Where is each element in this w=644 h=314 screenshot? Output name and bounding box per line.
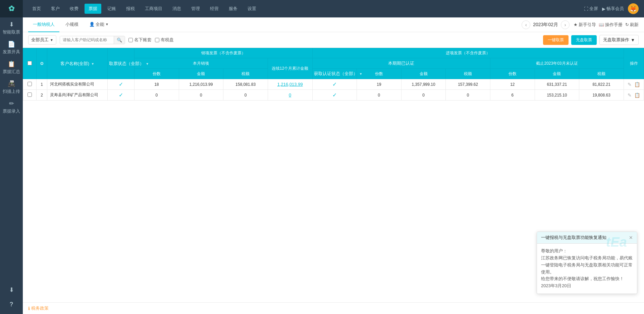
sidebar-item-data-entry[interactable]: ✏ 票据录入 xyxy=(0,97,23,116)
name-account-checkbox-label[interactable]: 名下账套 xyxy=(128,37,152,43)
row-purchase-amount: 0 xyxy=(401,90,446,101)
search-icon: 🔍 xyxy=(117,38,122,43)
sidebar-item-scan-upload[interactable]: 📠 扫描上传 xyxy=(0,77,23,97)
help-icon: ? xyxy=(10,301,13,308)
sidebar-item-invoice-summary[interactable]: 📋 票据汇总 xyxy=(0,57,23,77)
table-body: 1 河北柯搭栈实业有限公司 ✓ 18 1,216,013.99 158,081.… xyxy=(23,79,644,101)
row-cert-status: ✓ xyxy=(312,90,357,101)
invoice-icon: 📄 xyxy=(8,41,15,48)
sidebar-bottom-download[interactable]: ⬇ xyxy=(0,284,23,296)
cert-filter-icon: ▼ xyxy=(359,72,363,76)
scan-icon: 📠 xyxy=(8,80,15,87)
th-cert-status[interactable]: 获取认证状态（全部） ▼ xyxy=(312,69,357,79)
config-icon[interactable]: ⚙ xyxy=(40,61,44,66)
th-fetch-status[interactable]: 取票状态（全部） ▼ xyxy=(108,48,135,79)
download-icon: ⬇ xyxy=(9,21,14,28)
sidebar-item-smart-fetch[interactable]: ⬇ 智能取票 xyxy=(0,17,23,37)
notification-close-button[interactable]: ✕ xyxy=(629,235,633,240)
tab-small-scale[interactable]: 小规模 xyxy=(61,17,83,32)
row-purchase-count: 19 xyxy=(357,79,401,90)
sidebar-item-invoice-open[interactable]: 📄 发票开具 xyxy=(0,37,23,57)
search-input-wrapper: 🔍 xyxy=(60,36,125,44)
top-navigation: 首页 客户 收费 票据 记账 报税 工商项目 消息 管理 经营 服务 设置 ⛶ … xyxy=(23,0,644,17)
nav-settings[interactable]: 设置 xyxy=(244,4,260,14)
row-sales-tax: 0 xyxy=(223,90,268,101)
vip-btn[interactable]: ▶ 畅享会员 xyxy=(602,6,624,12)
fullscreen-icon: ⛶ xyxy=(584,6,588,11)
topnav-right: ⛶ 全屏 ▶ 畅享会员 🦊 xyxy=(584,3,639,14)
no-disk-ops-button[interactable]: 无盘取票操作 ▼ xyxy=(599,35,639,45)
row-purchase-count: 0 xyxy=(357,90,401,101)
tab-general-taxpayer[interactable]: 一般纳税人 xyxy=(28,17,59,32)
th-config: ⚙ xyxy=(37,48,47,79)
nav-billing[interactable]: 收费 xyxy=(66,4,83,14)
th-purchase-count: 份数 xyxy=(357,69,401,79)
manual-link[interactable]: 📖 操作手册 xyxy=(599,22,623,28)
nav-operations[interactable]: 经营 xyxy=(206,4,223,14)
th-sales-amount: 金额 xyxy=(179,69,223,79)
th-purchase-amount: 金额 xyxy=(401,69,446,79)
has-tax-checkbox-label[interactable]: 有税盘 xyxy=(155,37,174,43)
sidebar-bottom-help[interactable]: ? xyxy=(0,298,23,311)
row-uncert-tax: 19,808.63 xyxy=(579,90,624,101)
name-account-checkbox[interactable] xyxy=(128,38,133,42)
nav-bookkeeping[interactable]: 记账 xyxy=(103,4,120,14)
next-month-btn[interactable]: › xyxy=(561,20,570,29)
th-this-period-cert: 本期期已认证 xyxy=(312,58,490,69)
row-uncert-amount: 631,337.21 xyxy=(535,79,579,90)
user-circle-icon: 👤 xyxy=(89,22,95,27)
has-tax-checkbox[interactable] xyxy=(155,38,159,42)
tax-policy-link[interactable]: ℹ 税务政策 xyxy=(28,305,49,311)
edit-icon[interactable]: ✎ xyxy=(628,82,632,87)
row-fetch-status: ✓ xyxy=(108,79,135,90)
nav-commerce[interactable]: 工商项目 xyxy=(141,4,166,14)
th-action: 操作 xyxy=(624,48,644,79)
th-check xyxy=(23,48,37,79)
nav-tax[interactable]: 报税 xyxy=(122,4,139,14)
nav-invoice[interactable]: 票据 xyxy=(85,4,101,14)
detail-icon[interactable]: 📋 xyxy=(634,82,640,87)
employee-select-label: 全部员工 xyxy=(31,37,49,43)
row-uncert-count: 6 xyxy=(490,90,535,101)
bottom-bar: ℹ 税务政策 xyxy=(23,302,644,314)
row-purchase-tax: 0 xyxy=(446,90,490,101)
row-uncert-tax: 81,822.21 xyxy=(579,79,624,90)
row-num: 2 xyxy=(37,90,47,101)
invoice-table: ⚙ 客户名称(全部) ▼ 取票状态（全部） ▼ 销项发票（不含作废票） 进项发票… xyxy=(23,48,644,101)
detail-icon[interactable]: 📋 xyxy=(634,92,640,98)
new-guide-link[interactable]: ★ 新手引导 xyxy=(574,22,596,28)
tab-all[interactable]: 👤 全能 ▼ xyxy=(85,17,113,32)
row-check[interactable] xyxy=(23,90,37,101)
chevron-down-icon: ▼ xyxy=(50,38,53,42)
nav-customer[interactable]: 客户 xyxy=(47,4,64,14)
search-input[interactable] xyxy=(60,36,114,44)
nav-message[interactable]: 消息 xyxy=(168,4,185,14)
sidebar-bottom: ⬇ ? xyxy=(0,284,23,314)
user-avatar[interactable]: 🦊 xyxy=(628,3,639,14)
fullscreen-btn[interactable]: ⛶ 全屏 xyxy=(584,6,598,12)
employee-select[interactable]: 全部员工 ▼ xyxy=(28,35,56,45)
prev-month-btn[interactable]: ‹ xyxy=(522,20,530,29)
th-customer-name[interactable]: 客户名称(全部) ▼ xyxy=(47,48,108,79)
row-uncert-count: 12 xyxy=(490,79,535,90)
nav-home[interactable]: 首页 xyxy=(28,4,45,14)
filter-bar: 全部员工 ▼ 🔍 名下账套 有税盘 一键取票 无盘取票 无 xyxy=(23,32,644,48)
search-button[interactable]: 🔍 xyxy=(114,36,125,44)
no-disk-fetch-button[interactable]: 无盘取票 xyxy=(571,35,597,45)
row-cumul-amount: 0 xyxy=(268,90,312,101)
refresh-link[interactable]: ↻ 刷新 xyxy=(625,22,639,28)
select-all-checkbox[interactable] xyxy=(28,61,32,65)
row-check[interactable] xyxy=(23,79,37,90)
refresh-icon: ↻ xyxy=(625,22,629,27)
row-fetch-status: ✓ xyxy=(108,90,135,101)
th-purchase-group: 进项发票（不含作废票） xyxy=(312,48,624,58)
edit-icon[interactable]: ✎ xyxy=(628,92,632,98)
one-click-fetch-button[interactable]: 一键取票 xyxy=(543,35,569,45)
nav-manage[interactable]: 管理 xyxy=(187,4,204,14)
row-purchase-amount: 1,357,999.10 xyxy=(401,79,446,90)
sidebar-logo[interactable]: ✿ xyxy=(0,0,23,17)
nav-service[interactable]: 服务 xyxy=(225,4,241,14)
th-sales-count: 份数 xyxy=(135,69,179,79)
row-actions: ✎ 📋 xyxy=(624,79,644,90)
sidebar: ✿ ⬇ 智能取票 📄 发票开具 📋 票据汇总 📠 扫描上传 ✏ 票据录入 ⬇ ? xyxy=(0,0,23,314)
